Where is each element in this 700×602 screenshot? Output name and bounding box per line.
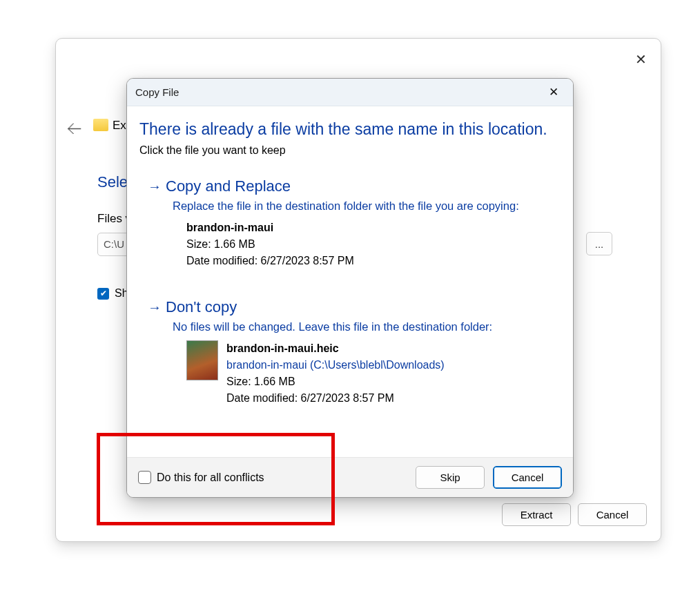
show-checkbox[interactable]: ✔ Sh [97,287,128,300]
source-size: Size: 1.66 MB [186,236,354,253]
back-arrow-icon[interactable]: 🡠 [67,120,82,138]
dont-copy-title: Don't copy [166,298,237,316]
dest-filename: brandon-in-maui.heic [226,340,445,357]
dialog-footer: Do this for all conflicts Skip Cancel [127,457,573,497]
window-title-fragment: Ex [113,119,126,133]
dest-size: Size: 1.66 MB [226,373,445,390]
source-modified: Date modified: 6/27/2023 8:57 PM [186,253,354,269]
all-conflicts-label: Do this for all conflicts [157,472,264,484]
all-conflicts-checkbox[interactable] [138,471,151,484]
source-filename: brandon-in-maui [186,220,354,236]
copy-replace-desc: Replace the file in the destination fold… [173,200,561,213]
copy-and-replace-option[interactable]: → Copy and Replace Replace the file in t… [139,177,561,269]
close-icon[interactable]: ✕ [635,51,647,68]
copy-file-dialog: Copy File ✕ There is already a file with… [126,78,574,498]
dialog-header: Copy File ✕ [127,79,573,106]
select-heading-fragment: Sele [97,173,128,191]
arrow-right-icon: → [148,179,162,195]
extract-button[interactable]: Extract [502,503,571,526]
dest-link[interactable]: brandon-in-maui (C:\Users\blebl\Download… [226,357,445,373]
dont-copy-desc: No files will be changed. Leave this fil… [173,320,561,333]
copy-replace-title: Copy and Replace [166,177,291,195]
conflict-heading: There is already a file with the same na… [139,120,561,139]
cancel-button[interactable]: Cancel [493,466,562,489]
arrow-right-icon: → [148,300,162,315]
browse-button-fragment[interactable]: ... [586,232,612,255]
close-icon[interactable]: ✕ [543,85,565,99]
skip-button[interactable]: Skip [416,466,485,489]
dont-copy-option[interactable]: → Don't copy No files will be changed. L… [139,298,561,407]
cancel-button[interactable]: Cancel [578,503,647,526]
file-thumbnail [186,340,218,380]
checkmark-icon: ✔ [97,288,109,300]
dialog-title: Copy File [135,86,179,98]
folder-icon [93,119,108,131]
conflict-subheading: Click the file you want to keep [139,144,561,157]
dest-modified: Date modified: 6/27/2023 8:57 PM [226,390,445,407]
